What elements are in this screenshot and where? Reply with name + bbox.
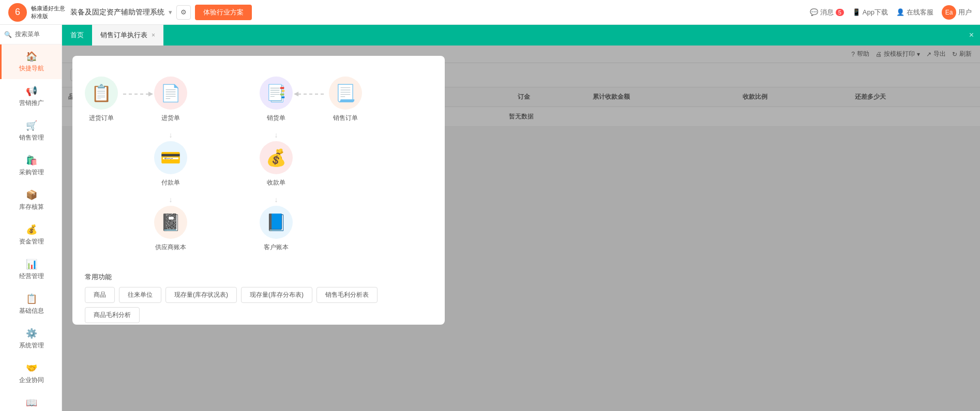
tab-bar-close-button[interactable]: × xyxy=(969,31,974,40)
sales-icon: 🛒 xyxy=(26,120,37,131)
experience-button[interactable]: 体验行业方案 xyxy=(195,5,252,20)
flow-chart: 📋 进货订单 ▶ xyxy=(85,68,432,264)
flow-node-receipt[interactable]: 💰 收款单 xyxy=(260,141,293,187)
purchase-order-icon: 📋 xyxy=(85,77,118,110)
system-title: 装备及固定资产辅助管理系统 xyxy=(70,8,164,17)
sidebar-item-purchase[interactable]: 🛍️ 采购管理 xyxy=(0,148,62,183)
system-icon: ⚙️ xyxy=(26,328,37,339)
func-btn-stock-status[interactable]: 现存量(库存状况表) xyxy=(165,287,237,303)
receipt-icon: 💰 xyxy=(260,141,293,174)
sidebar-item-marketing[interactable]: 📢 营销推广 xyxy=(0,79,62,114)
content-area: 首页 销售订单执行表 × × ? 帮助 🖨 按模板打印 ▾ xyxy=(62,25,980,411)
customer-ledger-icon: 📘 xyxy=(260,206,293,239)
service-icon: 👤 xyxy=(896,8,904,16)
flow-node-sales-bill[interactable]: 📑 销货单 xyxy=(260,77,293,123)
sidebar-item-system[interactable]: ⚙️ 系统管理 xyxy=(0,322,62,356)
tab-bar: 首页 销售订单执行表 × × xyxy=(62,25,980,45)
user-avatar: Ea xyxy=(942,5,956,20)
marketing-icon: 📢 xyxy=(26,85,37,97)
purchase-bill-icon: 📄 xyxy=(154,77,187,110)
tab-close-icon[interactable]: × xyxy=(152,32,155,39)
sidebar-item-cooperation[interactable]: 🤝 企业协同 xyxy=(0,356,62,391)
home-icon: 🏠 xyxy=(26,51,37,62)
flow-node-purchase-bill[interactable]: 📄 进货单 xyxy=(154,77,187,123)
func-btn-product-profit[interactable]: 商品毛利分析 xyxy=(85,307,140,323)
main-layout: 🔍 搜索菜单 🏠 快捷导航 📢 营销推广 🛒 销售管理 🛍️ 采购管理 📦 库存… xyxy=(0,25,980,411)
cooperation-icon: 🤝 xyxy=(26,362,37,374)
payment-icon: 💳 xyxy=(154,141,187,174)
message-button[interactable]: 💬 消息 5 xyxy=(810,8,844,17)
func-buttons-row1: 商品 往来单位 现存量(库存状况表) 现存量(库存分布表) 销售毛利分析表 商品… xyxy=(85,287,432,323)
func-btn-stock-dist[interactable]: 现存量(库存分布表) xyxy=(241,287,312,303)
flow-node-purchase-order[interactable]: 📋 进货订单 xyxy=(85,77,118,123)
sidebar-item-guide[interactable]: 📖 新手引导 xyxy=(0,391,62,411)
common-functions: 常用功能 商品 往来单位 现存量(库存状况表) 现存量(库存分布表) 销售毛利分… xyxy=(85,272,432,325)
finance-icon: 💰 xyxy=(26,224,37,235)
sales-bill-icon: 📑 xyxy=(260,77,293,110)
sidebar-item-inventory[interactable]: 📦 库存核算 xyxy=(0,183,62,218)
purchase-icon: 🛍️ xyxy=(26,155,37,166)
quick-nav-dialog: 📋 进货订单 ▶ xyxy=(72,56,445,325)
app-download-button[interactable]: 📱 App下载 xyxy=(852,8,888,17)
sidebar-item-operations[interactable]: 📊 经营管理 xyxy=(0,252,62,287)
flow-node-sales-order[interactable]: 📃 销售订单 xyxy=(329,77,362,123)
func-btn-partners[interactable]: 往来单位 xyxy=(119,287,161,303)
sales-order-icon: 📃 xyxy=(329,77,362,110)
func-btn-sales-profit[interactable]: 销售毛利分析表 xyxy=(316,287,378,303)
sidebar-item-quick-nav[interactable]: 🏠 快捷导航 xyxy=(0,44,62,79)
message-icon: 💬 xyxy=(810,8,818,16)
sidebar-item-finance[interactable]: 💰 资金管理 xyxy=(0,218,62,252)
inventory-icon: 📦 xyxy=(26,189,37,201)
user-area[interactable]: Ea 用户 xyxy=(942,5,972,20)
brand-name: 畅康通好生意 标准版 xyxy=(31,5,65,20)
title-dropdown-icon[interactable]: ▾ xyxy=(169,8,172,16)
flow-node-payment[interactable]: 💳 付款单 xyxy=(154,141,187,187)
page-content: ? 帮助 🖨 按模板打印 ▾ ↗ 导出 ↻ 刷新 xyxy=(62,45,980,411)
func-btn-product[interactable]: 商品 xyxy=(85,287,115,303)
sidebar-item-basic-info[interactable]: 📋 基础信息 xyxy=(0,287,62,322)
phone-icon: 📱 xyxy=(852,8,861,16)
online-service-button[interactable]: 👤 在线客服 xyxy=(896,8,933,17)
header-right: 💬 消息 5 📱 App下载 👤 在线客服 Ea 用户 xyxy=(810,5,972,20)
operations-icon: 📊 xyxy=(26,258,37,270)
sidebar: 🔍 搜索菜单 🏠 快捷导航 📢 营销推广 🛒 销售管理 🛍️ 采购管理 📦 库存… xyxy=(0,25,62,411)
basic-info-icon: 📋 xyxy=(26,293,37,305)
search-icon: 🔍 xyxy=(4,31,12,38)
common-functions-title: 常用功能 xyxy=(85,272,432,282)
settings-button[interactable]: ⚙ xyxy=(176,5,191,20)
tab-sales-order[interactable]: 销售订单执行表 × xyxy=(92,25,163,45)
quick-nav-overlay: 📋 进货订单 ▶ xyxy=(62,45,980,411)
search-menu-button[interactable]: 🔍 搜索菜单 xyxy=(0,25,62,44)
top-header: 6 畅康通好生意 标准版 装备及固定资产辅助管理系统 ▾ ⚙ 体验行业方案 💬 … xyxy=(0,0,980,25)
logo-area: 6 畅康通好生意 标准版 xyxy=(8,3,70,22)
system-title-area: 装备及固定资产辅助管理系统 ▾ ⚙ 体验行业方案 xyxy=(70,5,810,20)
logo-icon: 6 xyxy=(8,3,27,22)
flow-node-customer-ledger[interactable]: 📘 客户账本 xyxy=(260,206,293,252)
message-badge: 5 xyxy=(836,9,844,16)
guide-icon: 📖 xyxy=(26,397,37,408)
supplier-ledger-icon: 📓 xyxy=(154,206,187,239)
flow-node-supplier-ledger[interactable]: 📓 供应商账本 xyxy=(154,206,187,252)
sidebar-item-sales[interactable]: 🛒 销售管理 xyxy=(0,114,62,148)
tab-home[interactable]: 首页 xyxy=(62,25,92,45)
